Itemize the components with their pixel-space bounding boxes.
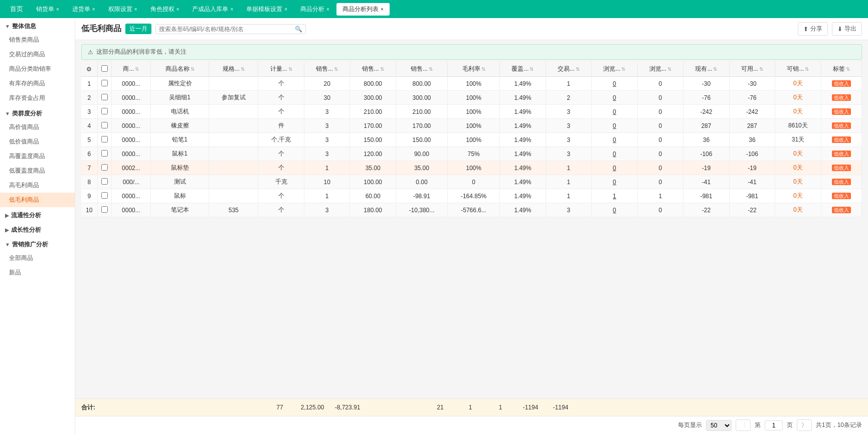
- nav-permissions-close[interactable]: ×: [134, 7, 137, 12]
- col-sale-profit[interactable]: 销售...⇅: [396, 62, 447, 77]
- nav-permissions[interactable]: 权限设置 ×: [102, 3, 143, 16]
- nav-sales-close[interactable]: ×: [56, 7, 59, 12]
- col-browse2[interactable]: 浏览...⇅: [637, 62, 683, 77]
- row-checkbox[interactable]: [97, 161, 111, 175]
- sidebar-item-new-products[interactable]: 新品: [0, 265, 75, 280]
- col-browse1[interactable]: 浏览...⇅: [592, 62, 638, 77]
- row-checkbox[interactable]: [97, 175, 111, 189]
- sidebar-item-low-value[interactable]: 低价值商品: [0, 134, 75, 149]
- nav-purchase-close[interactable]: ×: [92, 7, 95, 12]
- share-button[interactable]: ⬆ 分享: [798, 22, 828, 36]
- search-input[interactable]: [159, 26, 293, 33]
- col-saleable-days[interactable]: 可销...⇅: [775, 62, 821, 77]
- row-checkbox[interactable]: [97, 105, 111, 119]
- sidebar-item-sales-products[interactable]: 销售类商品: [0, 33, 75, 47]
- col-sale-qty[interactable]: 销售...⇅: [304, 62, 350, 77]
- nav-product-entry[interactable]: 产成品入库单 ×: [186, 3, 239, 16]
- nav-product-entry-close[interactable]: ×: [230, 7, 233, 12]
- sidebar-item-all-products[interactable]: 全部商品: [0, 251, 75, 265]
- row-current-stock: -981: [683, 189, 730, 203]
- sidebar-item-low-coverage[interactable]: 低覆盖度商品: [0, 164, 75, 178]
- row-sale-qty: 1: [304, 189, 350, 203]
- row-checkbox[interactable]: [97, 189, 111, 203]
- sidebar-section-marketing[interactable]: ▼ 营销推广分析: [0, 236, 75, 251]
- sort-icon-saleable-days: ⇅: [805, 66, 809, 72]
- summary-current-stock: -1194: [515, 402, 546, 413]
- col-trade[interactable]: 交易...⇅: [546, 62, 592, 77]
- row-trade: 1: [546, 77, 592, 91]
- row-checkbox[interactable]: [97, 119, 111, 133]
- nav-product-analysis[interactable]: 商品分析 ×: [294, 3, 335, 16]
- next-page-button[interactable]: 〉: [797, 419, 812, 431]
- settings-icon[interactable]: ⚙: [86, 66, 92, 73]
- row-browse1[interactable]: 0: [592, 161, 638, 175]
- row-checkbox[interactable]: [97, 91, 111, 105]
- row-browse1[interactable]: 0: [592, 147, 638, 161]
- row-browse1[interactable]: 1: [592, 189, 638, 203]
- data-table-container[interactable]: ⚙ 商...⇅ 商品名称⇅ 规格...⇅ 计量...⇅ 销售...⇅ 销售...…: [81, 62, 862, 396]
- col-checkbox[interactable]: [97, 62, 111, 77]
- nav-product-analysis-close[interactable]: ×: [326, 7, 329, 12]
- sidebar-section-overview[interactable]: ▼ 整体信息: [0, 18, 75, 33]
- nav-roles[interactable]: 角色授权 ×: [144, 3, 186, 16]
- nav-purchase[interactable]: 进货单 ×: [66, 3, 101, 16]
- sidebar-item-low-margin[interactable]: 低毛利商品: [0, 193, 75, 207]
- col-available-stock[interactable]: 可用...⇅: [729, 62, 775, 77]
- sidebar-item-high-coverage[interactable]: 高覆盖度商品: [0, 149, 75, 164]
- row-sale-price: 210.00: [350, 105, 396, 119]
- col-unit[interactable]: 计量...⇅: [258, 62, 304, 77]
- row-checkbox[interactable]: [97, 77, 111, 91]
- select-all-checkbox[interactable]: [101, 65, 108, 72]
- col-profit-rate[interactable]: 毛利率⇅: [447, 62, 499, 77]
- prev-page-button[interactable]: 〈: [736, 419, 751, 431]
- nav-roles-close[interactable]: ×: [177, 7, 180, 12]
- row-browse1[interactable]: 0: [592, 91, 638, 105]
- nav-product-analysis-list-close[interactable]: ×: [381, 7, 384, 12]
- sidebar-item-traded-products[interactable]: 交易过的商品: [0, 47, 75, 62]
- row-checkbox[interactable]: [97, 147, 111, 161]
- nav-template-close[interactable]: ×: [284, 7, 287, 12]
- sidebar-section-growth[interactable]: ▶ 成长性分析: [0, 222, 75, 236]
- sidebar-item-high-value[interactable]: 高价值商品: [0, 120, 75, 134]
- sidebar-arrow-marketing: ▼: [5, 242, 10, 247]
- col-code[interactable]: 商...⇅: [111, 62, 151, 77]
- row-checkbox[interactable]: [97, 133, 111, 147]
- summary-trade: 21: [425, 402, 455, 413]
- col-coverage[interactable]: 覆盖...⇅: [500, 62, 546, 77]
- col-current-stock[interactable]: 现有...⇅: [683, 62, 730, 77]
- col-name[interactable]: 商品名称⇅: [151, 62, 209, 77]
- nav-sales[interactable]: 销货单 ×: [30, 3, 65, 16]
- col-spec[interactable]: 规格...⇅: [209, 62, 258, 77]
- page-number-input[interactable]: [765, 420, 783, 430]
- row-no: 2: [81, 91, 97, 105]
- nav-home[interactable]: 首页: [4, 3, 29, 16]
- sort-icon-tag: ⇅: [846, 66, 850, 72]
- sidebar-item-in-stock-products[interactable]: 有库存的商品: [0, 76, 75, 91]
- row-checkbox[interactable]: [97, 203, 111, 217]
- col-sale-price[interactable]: 销售...⇅: [350, 62, 396, 77]
- row-browse1[interactable]: 0: [592, 133, 638, 147]
- col-settings[interactable]: ⚙: [81, 62, 97, 77]
- col-tag[interactable]: 标签⇅: [821, 62, 861, 77]
- sidebar-section-cluster[interactable]: ▼ 类群度分析: [0, 105, 75, 120]
- row-browse1[interactable]: 0: [592, 119, 638, 133]
- nav-template[interactable]: 单据模板设置 ×: [240, 3, 293, 16]
- row-browse2: 0: [637, 161, 683, 175]
- sidebar-arrow-overview: ▼: [5, 24, 10, 29]
- row-tag: 低收入: [821, 119, 861, 133]
- sidebar-item-high-margin[interactable]: 高毛利商品: [0, 178, 75, 193]
- nav-product-analysis-list[interactable]: 商品分析列表 ×: [336, 3, 390, 16]
- search-icon[interactable]: 🔍: [295, 26, 302, 33]
- row-browse1[interactable]: 0: [592, 175, 638, 189]
- page-size-select[interactable]: 50 100 200: [706, 420, 732, 431]
- row-browse1[interactable]: 0: [592, 203, 638, 217]
- date-filter-button[interactable]: 近一月: [125, 24, 151, 34]
- row-browse1[interactable]: 0: [592, 105, 638, 119]
- sidebar-section-liquidity[interactable]: ▶ 流通性分析: [0, 207, 75, 222]
- export-button[interactable]: ⬇ 导出: [832, 22, 862, 36]
- row-profit-rate: 100%: [447, 119, 499, 133]
- row-browse1[interactable]: 0: [592, 77, 638, 91]
- sidebar-item-category-sales-rate[interactable]: 商品分类助销率: [0, 62, 75, 76]
- sidebar-item-stock-capital[interactable]: 库存资金占用: [0, 91, 75, 105]
- row-name: 铅笔1: [151, 133, 209, 147]
